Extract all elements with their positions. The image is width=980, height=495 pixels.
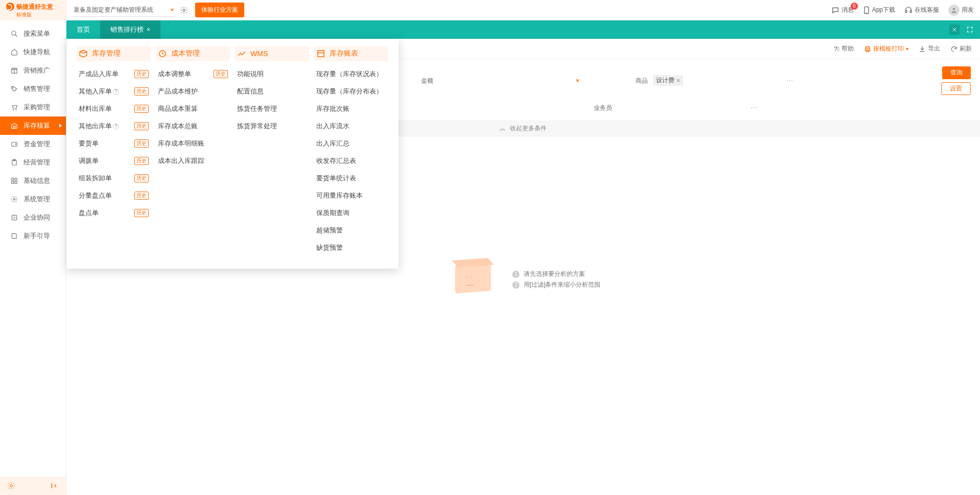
megamenu-item-label: 库存成本明细账 bbox=[158, 139, 204, 148]
megamenu-item-label: 分量盘点单 bbox=[79, 191, 112, 200]
settings-button[interactable]: 设置 bbox=[941, 82, 971, 95]
megamenu-item[interactable]: 要货单统计表 bbox=[314, 170, 388, 187]
avatar-icon bbox=[948, 5, 960, 16]
filter-salesperson-input[interactable]: ⋯ bbox=[617, 101, 760, 114]
megamenu-item[interactable]: 拣货异常处理 bbox=[235, 117, 309, 135]
header-service[interactable]: 在线客服 bbox=[904, 6, 939, 14]
step-number-2: 2 bbox=[512, 281, 520, 289]
tab-sales-ranking[interactable]: 销售排行榜 × bbox=[100, 20, 160, 39]
megamenu-item[interactable]: 收发存汇总表 bbox=[314, 152, 388, 170]
toolbar-help-label: 帮助 bbox=[842, 44, 854, 53]
nav-quick-nav[interactable]: 快捷导航 bbox=[0, 43, 66, 61]
filter-product-input[interactable]: 设计费 × ⋯ bbox=[653, 74, 796, 87]
experience-button[interactable]: 体验行业方案 bbox=[195, 3, 244, 17]
sidebar-collapse-icon[interactable] bbox=[51, 483, 59, 489]
megamenu-item[interactable]: 其他出库单?历史 bbox=[77, 117, 151, 135]
megamenu-item[interactable]: 调拨单历史 bbox=[77, 152, 151, 170]
megamenu-item[interactable]: 库存批次账 bbox=[314, 100, 388, 117]
megamenu-item[interactable]: 现存量（库存状况表） bbox=[314, 65, 388, 83]
nav-marketing[interactable]: 营销推广 bbox=[0, 61, 66, 80]
history-badge: 历史 bbox=[214, 70, 228, 78]
tag-remove-icon[interactable]: × bbox=[676, 77, 680, 84]
filter-product-label: 商品 bbox=[617, 77, 648, 85]
svg-point-17 bbox=[12, 197, 17, 202]
tabs-close-all-icon[interactable] bbox=[949, 25, 960, 35]
megamenu-item[interactable]: 配置信息 bbox=[235, 83, 309, 100]
nav-operations[interactable]: 经营管理 bbox=[0, 153, 66, 172]
megamenu-item[interactable]: 拣货任务管理 bbox=[235, 100, 309, 117]
megamenu-item-label: 功能说明 bbox=[237, 69, 264, 79]
filter-product-tag[interactable]: 设计费 × bbox=[653, 75, 683, 86]
header-gear-icon[interactable] bbox=[180, 6, 188, 14]
megamenu-item-label: 其他入库单? bbox=[79, 87, 119, 96]
nav-collaboration[interactable]: 企业协同 bbox=[0, 208, 66, 227]
megamenu-item[interactable]: 盘点单历史 bbox=[77, 204, 151, 222]
megamenu-item[interactable]: 材料出库单历史 bbox=[77, 100, 151, 117]
tab-home[interactable]: 首页 bbox=[66, 20, 100, 39]
query-button[interactable]: 查询 bbox=[942, 66, 971, 79]
megamenu-item[interactable]: 出入库流水 bbox=[314, 117, 388, 135]
chevron-up-icon: ︽ bbox=[500, 125, 506, 132]
megamenu-item[interactable]: 保质期查询 bbox=[314, 204, 388, 222]
more-icon[interactable]: ⋯ bbox=[751, 104, 758, 111]
nav-basic-info[interactable]: 基础信息 bbox=[0, 172, 66, 190]
system-selector[interactable]: 装备及固定资产辅助管理系统 ▾ bbox=[73, 4, 175, 17]
toolbar-export[interactable]: 导出 bbox=[919, 44, 940, 53]
header-message[interactable]: 消息 6 bbox=[831, 6, 854, 14]
cart-icon bbox=[10, 103, 18, 111]
nav-search-menu[interactable]: 搜索菜单 bbox=[0, 25, 66, 43]
toolbar-refresh[interactable]: 刷新 bbox=[950, 44, 972, 53]
nav-funds[interactable]: 资金管理 bbox=[0, 135, 66, 153]
nav-label: 库存核算 bbox=[24, 121, 50, 130]
nav-system[interactable]: 系统管理 bbox=[0, 190, 66, 208]
help-icon: ?⃝ bbox=[834, 45, 839, 53]
more-icon[interactable]: ⋯ bbox=[786, 77, 794, 84]
svg-rect-20 bbox=[51, 483, 52, 488]
header-user[interactable]: 用友 bbox=[948, 5, 974, 16]
tab-label: 首页 bbox=[77, 25, 90, 34]
megamenu-item[interactable]: 库存成本明细账 bbox=[156, 135, 230, 152]
filter-amount-input[interactable]: ▾ bbox=[438, 74, 581, 87]
header-app-download[interactable]: App下载 bbox=[863, 6, 895, 14]
nav-inventory[interactable]: 库存核算 bbox=[0, 116, 66, 135]
megamenu-item[interactable]: 产成品入库单历史 bbox=[77, 65, 151, 83]
nav-label: 销售管理 bbox=[24, 84, 50, 93]
megamenu-item-label: 库存成本总账 bbox=[158, 122, 198, 131]
megamenu-item[interactable]: 可用量库存账本 bbox=[314, 187, 388, 204]
megamenu-item-label: 产成品入库单 bbox=[79, 69, 119, 79]
megamenu-item[interactable]: 库存成本总账 bbox=[156, 117, 230, 135]
megamenu-item[interactable]: 其他入库单?历史 bbox=[77, 83, 151, 100]
inventory-megamenu: 库存管理产成品入库单历史其他入库单?历史材料出库单历史其他出库单?历史要货单历史… bbox=[66, 39, 399, 269]
megamenu-item[interactable]: 商品成本重算 bbox=[156, 100, 230, 117]
svg-point-21 bbox=[183, 9, 185, 11]
chevron-right-icon bbox=[59, 124, 62, 128]
nav-label: 企业协同 bbox=[24, 213, 50, 222]
nav-sales[interactable]: 销售管理 bbox=[0, 80, 66, 98]
svg-rect-24 bbox=[905, 10, 907, 12]
megamenu-item[interactable]: 现存量（库存分布表） bbox=[314, 83, 388, 100]
megamenu-item[interactable]: 成本出入库跟踪 bbox=[156, 152, 230, 170]
svg-rect-7 bbox=[13, 126, 15, 129]
megamenu-item[interactable]: 缺货预警 bbox=[314, 239, 388, 256]
nav-purchase[interactable]: 采购管理 bbox=[0, 98, 66, 116]
megamenu-item[interactable]: 出入库汇总 bbox=[314, 135, 388, 152]
megamenu-item[interactable]: 要货单历史 bbox=[77, 135, 151, 152]
column-icon bbox=[316, 49, 325, 58]
megamenu-item[interactable]: 超储预警 bbox=[314, 222, 388, 239]
megamenu-item[interactable]: 分量盘点单历史 bbox=[77, 187, 151, 204]
nav-label: 新手引导 bbox=[24, 231, 50, 241]
svg-point-16 bbox=[13, 198, 15, 200]
megamenu-column: 库存账表现存量（库存状况表）现存量（库存分布表）库存批次账出入库流水出入库汇总收… bbox=[314, 46, 388, 256]
megamenu-item[interactable]: 组装拆卸单历史 bbox=[77, 170, 151, 187]
toolbar-template-print[interactable]: 按模板打印 ▾ bbox=[864, 44, 908, 53]
fullscreen-icon[interactable] bbox=[965, 25, 975, 35]
home-icon bbox=[10, 48, 18, 56]
gear-icon[interactable] bbox=[7, 482, 15, 490]
toolbar-help[interactable]: ?⃝ 帮助 bbox=[834, 44, 854, 53]
megamenu-item[interactable]: 功能说明 bbox=[235, 65, 309, 83]
nav-label: 基础信息 bbox=[24, 176, 50, 185]
tab-close-icon[interactable]: × bbox=[147, 26, 150, 33]
megamenu-item[interactable]: 成本调整单历史 bbox=[156, 65, 230, 83]
megamenu-item[interactable]: 产品成本维护 bbox=[156, 83, 230, 100]
nav-guide[interactable]: 新手引导 bbox=[0, 227, 66, 245]
